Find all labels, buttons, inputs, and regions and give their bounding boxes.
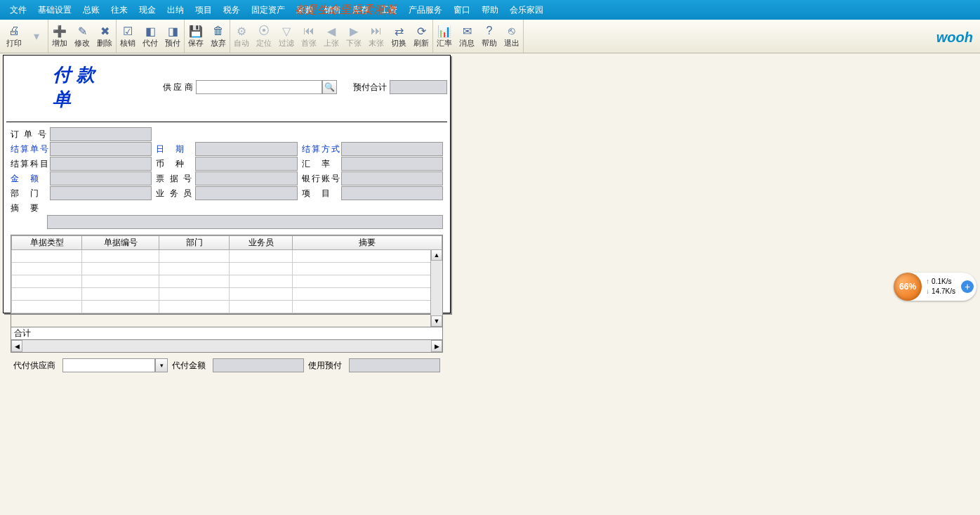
form-title: 付款单: [11, 60, 163, 115]
col-summary[interactable]: 摘要: [293, 236, 442, 250]
table-row[interactable]: [12, 275, 442, 288]
table-row[interactable]: [12, 288, 442, 301]
tb-print-drop[interactable]: ▾: [25, 21, 48, 52]
tb-prev[interactable]: ◀上张: [320, 21, 343, 52]
prepay-icon: ◨: [166, 24, 180, 38]
net-upload: 0.1K/s: [926, 277, 955, 287]
tb-locate[interactable]: ⦿定位: [253, 21, 275, 52]
use-prepay-label: 使用预付: [308, 360, 342, 372]
menu-general-ledger[interactable]: 总账: [77, 0, 105, 20]
proxy-icon: ◧: [143, 24, 157, 38]
rate-field[interactable]: [341, 157, 443, 171]
proxy-amount-field[interactable]: [213, 358, 304, 372]
tb-switch[interactable]: ⇄切换: [388, 21, 410, 52]
vertical-scrollbar[interactable]: ▲ ▼: [430, 249, 442, 327]
menu-basic-settings[interactable]: 基础设置: [32, 0, 77, 20]
gear-icon: ⚙: [234, 24, 249, 38]
tb-edit[interactable]: ✎修改: [71, 21, 93, 52]
tb-filter[interactable]: ▽过滤: [275, 21, 298, 52]
net-expand-button[interactable]: +: [961, 280, 974, 293]
mail-icon: ✉: [460, 24, 474, 38]
tb-prepay[interactable]: ◨预付: [161, 21, 184, 52]
scroll-right-icon[interactable]: ▶: [431, 340, 442, 352]
amount-field[interactable]: [50, 171, 152, 185]
supplier-label: 供 应 商: [163, 82, 193, 93]
menu-file[interactable]: 文件: [4, 0, 32, 20]
date-field[interactable]: [195, 142, 297, 156]
salesman-label: 业 务 员: [156, 188, 192, 200]
currency-field[interactable]: [195, 157, 297, 171]
target-icon: ⦿: [257, 24, 271, 38]
tb-save[interactable]: 💾保存: [185, 21, 207, 52]
tb-print[interactable]: 🖨打印: [3, 21, 25, 52]
horizontal-scrollbar[interactable]: ◀ ▶: [11, 340, 443, 353]
menu-tax[interactable]: 税务: [218, 0, 246, 20]
tb-help[interactable]: ?帮助: [478, 21, 501, 52]
tb-delete[interactable]: ✖删除: [93, 21, 116, 52]
settle-method-field[interactable]: [341, 142, 443, 156]
refresh-icon: ⟳: [414, 24, 428, 38]
settle-no-field[interactable]: [50, 142, 152, 156]
tb-refresh[interactable]: ⟳刷新: [410, 21, 432, 52]
tb-next[interactable]: ▶下张: [343, 21, 365, 52]
prepay-total-field[interactable]: [390, 80, 447, 94]
order-no-field[interactable]: [50, 127, 152, 141]
table-row[interactable]: [12, 301, 442, 313]
menu-salary[interactable]: 工资: [375, 0, 403, 20]
project-field[interactable]: [341, 186, 443, 200]
settle-subject-field[interactable]: [50, 157, 152, 171]
bill-no-field[interactable]: [195, 171, 297, 185]
bill-no-label: 票 据 号: [156, 173, 192, 185]
network-speed-widget[interactable]: 66% 0.1K/s 14.7K/s +: [894, 273, 976, 301]
proxy-supplier-combo[interactable]: ▾: [62, 358, 168, 372]
dept-field[interactable]: [50, 186, 152, 200]
col-doc-type[interactable]: 单据类型: [12, 236, 82, 250]
menu-receivable[interactable]: 往来: [105, 0, 133, 20]
menu-inventory[interactable]: 库存: [347, 0, 375, 20]
proxy-supplier-label: 代付供应商: [13, 360, 55, 372]
scroll-left-icon[interactable]: ◀: [11, 340, 22, 352]
tb-add[interactable]: ➕增加: [48, 21, 71, 52]
net-stats: 0.1K/s 14.7K/s: [922, 277, 960, 296]
tb-cancel[interactable]: 🗑放弃: [207, 21, 230, 52]
tb-first[interactable]: ⏮首张: [298, 21, 320, 52]
tb-auto[interactable]: ⚙自动: [230, 21, 253, 52]
tb-proxy-pay[interactable]: ◧代付: [139, 21, 161, 52]
menu-purchase[interactable]: 采购: [291, 0, 319, 20]
menu-fixed-assets[interactable]: 固定资产: [246, 0, 291, 20]
table-row[interactable]: [12, 250, 442, 263]
add-icon: ➕: [53, 24, 67, 38]
salesman-field[interactable]: [195, 186, 297, 200]
menu-sales[interactable]: 销售: [319, 0, 347, 20]
use-prepay-field[interactable]: [349, 358, 440, 372]
next-icon: ▶: [347, 24, 361, 38]
col-dept[interactable]: 部门: [159, 236, 230, 250]
table-row[interactable]: [12, 263, 442, 275]
tb-rate[interactable]: 📊汇率: [433, 21, 456, 52]
bank-acct-field[interactable]: [341, 171, 443, 185]
menu-cashier[interactable]: 出纳: [161, 0, 190, 20]
tb-exit[interactable]: ⎋退出: [501, 21, 523, 52]
tb-message[interactable]: ✉消息: [456, 21, 478, 52]
payment-form-panel: 付款单 供 应 商 🔍 预付合计 订 单 号 结算单号 结算科目 金 额 部 门…: [3, 55, 451, 313]
menu-community[interactable]: 会乐家园: [504, 0, 549, 20]
chevron-down-icon[interactable]: ▾: [155, 358, 168, 372]
menu-window[interactable]: 窗口: [448, 0, 476, 20]
scroll-down-icon[interactable]: ▼: [431, 315, 442, 327]
settle-subject-label: 结算科目: [11, 158, 47, 170]
col-salesman[interactable]: 业务员: [230, 236, 293, 250]
menu-cash[interactable]: 现金: [133, 0, 161, 20]
summary-field[interactable]: [47, 215, 443, 229]
supplier-input[interactable]: [196, 80, 323, 94]
menu-help[interactable]: 帮助: [476, 0, 504, 20]
tb-last[interactable]: ⏭末张: [365, 21, 388, 52]
tb-verify[interactable]: ☑核销: [117, 21, 139, 52]
supplier-search-button[interactable]: 🔍: [322, 80, 337, 94]
chevron-down-icon: ▾: [29, 30, 44, 44]
prev-icon: ◀: [324, 24, 338, 38]
scroll-up-icon[interactable]: ▲: [431, 249, 442, 261]
col-doc-no[interactable]: 单据编号: [82, 236, 159, 250]
switch-icon: ⇄: [392, 24, 406, 38]
menu-project[interactable]: 项目: [190, 0, 218, 20]
menu-product-service[interactable]: 产品服务: [403, 0, 448, 20]
